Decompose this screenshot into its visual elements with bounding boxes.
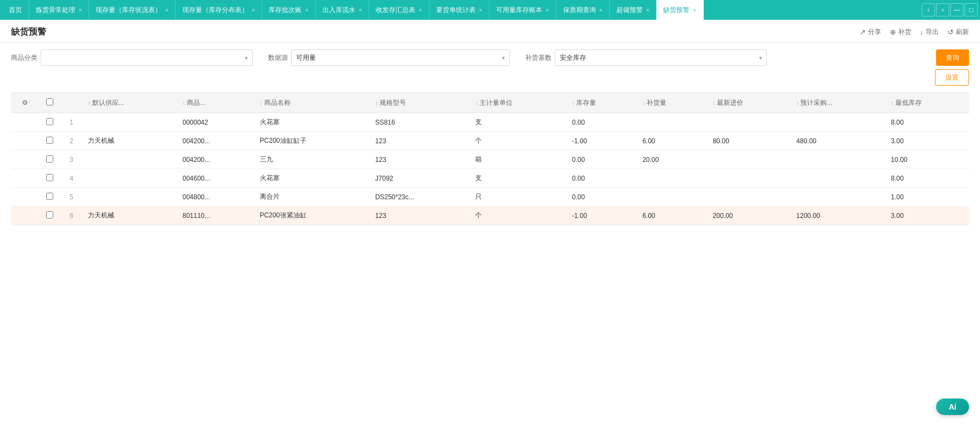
share-button[interactable]: ↗ 分享 xyxy=(860,27,881,37)
row-product-code-4: 004800... xyxy=(177,188,254,206)
unit-column-label: 主计量单位 xyxy=(480,99,513,107)
row-checkbox-0[interactable] xyxy=(46,118,53,125)
min-stock-column-header[interactable]: 最低库存 xyxy=(886,93,969,113)
tab-exception-close[interactable]: × xyxy=(79,7,82,13)
tab-inout-flow-close[interactable]: × xyxy=(359,7,362,13)
row-checkbox-cell-2[interactable] xyxy=(38,150,60,169)
row-unit-2: 箱 xyxy=(470,150,566,169)
row-checkbox-2[interactable] xyxy=(46,155,53,163)
tab-available-ledger[interactable]: 可用量库存账本 × xyxy=(489,0,556,20)
tab-collect-summary-close[interactable]: × xyxy=(419,7,422,13)
table-container: ⚙ 默认供应... 商品... 商品名称 xyxy=(0,92,980,225)
select-all-checkbox[interactable] xyxy=(46,98,53,105)
row-stock-2: 0.00 xyxy=(566,150,637,169)
tab-inventory-dist-close[interactable]: × xyxy=(252,7,255,13)
checkbox-column-header[interactable] xyxy=(38,93,60,113)
row-checkbox-cell-3[interactable] xyxy=(38,169,60,188)
tab-minimize-button[interactable]: — xyxy=(950,3,964,16)
row-checkbox-1[interactable] xyxy=(46,137,53,144)
tab-available-ledger-close[interactable]: × xyxy=(545,7,549,13)
tab-batch-account-close[interactable]: × xyxy=(305,7,308,13)
row-product-code-1: 004200... xyxy=(177,132,254,150)
gear-icon[interactable]: ⚙ xyxy=(19,97,30,108)
tab-collect-summary[interactable]: 收发存汇总表 × xyxy=(369,0,429,20)
tab-overstock-close[interactable]: × xyxy=(646,7,649,13)
gear-column-header[interactable]: ⚙ xyxy=(11,93,38,113)
tab-maximize-button[interactable]: □ xyxy=(965,3,978,16)
replenish-qty-column-header[interactable]: 补货量 xyxy=(637,93,707,113)
tab-inventory-status-close[interactable]: × xyxy=(165,7,168,13)
unit-column-header[interactable]: 主计量单位 xyxy=(470,93,566,113)
category-filter-label: 商品分类 xyxy=(11,53,37,63)
row-checkbox-3[interactable] xyxy=(46,174,53,181)
tab-batch-account[interactable]: 库存批次账 × xyxy=(262,0,315,20)
replenish-base-arrow-icon: ▾ xyxy=(759,55,762,61)
replenish-qty-column-label: 补货量 xyxy=(647,99,666,107)
row-checkbox-cell-1[interactable] xyxy=(38,132,60,150)
row-stock-0: 0.00 xyxy=(566,113,637,132)
tab-shortage-label: 缺货预警 xyxy=(663,5,689,15)
tab-shortage-close[interactable]: × xyxy=(693,7,696,13)
row-checkbox-cell-4[interactable] xyxy=(38,188,60,206)
tab-expiry-query-close[interactable]: × xyxy=(599,7,603,13)
supplier-column-header[interactable]: 默认供应... xyxy=(82,93,177,113)
tab-order-stats[interactable]: 要货单统计表 × xyxy=(430,0,489,20)
tab-expiry-query[interactable]: 保质期查询 × xyxy=(556,0,610,20)
replenish-base-filter-select[interactable]: 安全库存 ▾ xyxy=(555,49,767,66)
tab-available-ledger-label: 可用量库存账本 xyxy=(496,5,542,15)
product-name-column-header[interactable]: 商品名称 xyxy=(254,93,370,113)
tab-inventory-status-label: 现存量（库存状况表） xyxy=(96,5,162,15)
refresh-button[interactable]: ↺ 刷新 xyxy=(948,27,969,37)
product-name-column-label: 商品名称 xyxy=(264,99,291,107)
est-purchase-column-header[interactable]: 预计采购... xyxy=(791,93,886,113)
data-table: ⚙ 默认供应... 商品... 商品名称 xyxy=(11,92,969,225)
tab-collect-summary-label: 收发存汇总表 xyxy=(376,5,415,15)
product-code-column-header[interactable]: 商品... xyxy=(177,93,254,113)
row-spec-3: J7092 xyxy=(370,169,470,188)
tab-order-stats-close[interactable]: × xyxy=(479,7,482,13)
est-purchase-column-label: 预计采购... xyxy=(800,99,832,107)
tab-exception[interactable]: 炼货异常处理 × xyxy=(29,0,89,20)
tab-overstock[interactable]: 超储预警 × xyxy=(610,0,656,20)
replenish-icon: ⊕ xyxy=(890,28,896,36)
tab-inout-flow[interactable]: 出入库流水 × xyxy=(316,0,369,20)
stock-column-header[interactable]: 库存量 xyxy=(566,93,637,113)
row-stock-3: 0.00 xyxy=(566,169,637,188)
tab-home[interactable]: 首页 xyxy=(2,0,29,20)
datasource-select-value: 可用量 xyxy=(296,53,316,63)
query-button[interactable]: 查询 xyxy=(936,49,969,66)
row-checkbox-5[interactable] xyxy=(46,211,53,218)
export-button[interactable]: ↓ 导出 xyxy=(920,27,939,37)
tab-shortage[interactable]: 缺货预警 × xyxy=(656,0,703,20)
row-stock-1: -1.00 xyxy=(566,132,637,150)
tab-next-button[interactable]: › xyxy=(936,3,949,16)
tab-inventory-status[interactable]: 现存量（库存状况表） × xyxy=(89,0,175,20)
tab-inventory-dist[interactable]: 现存量（库存分布表） × xyxy=(176,0,262,20)
datasource-filter-select[interactable]: 可用量 ▾ xyxy=(291,49,510,66)
row-min-stock-4: 1.00 xyxy=(886,188,969,206)
row-stock-4: 0.00 xyxy=(566,188,637,206)
ai-badge[interactable]: Ai xyxy=(936,399,969,415)
category-filter-select[interactable]: ▾ xyxy=(41,49,253,66)
settings-button[interactable]: 设置 xyxy=(935,69,969,86)
row-product-name-2: 三九 xyxy=(254,150,370,169)
row-est-purchase-4 xyxy=(791,188,886,206)
row-product-code-2: 004200... xyxy=(177,150,254,169)
row-min-stock-5: 3.00 xyxy=(886,206,969,225)
tab-home-label: 首页 xyxy=(9,5,22,15)
row-checkbox-cell-0[interactable] xyxy=(38,113,60,132)
tab-prev-button[interactable]: ‹ xyxy=(922,3,935,16)
table-row: 1 0000042 火花塞 SS816 支 0.00 8.00 xyxy=(11,113,969,132)
row-checkbox-4[interactable] xyxy=(46,193,53,200)
table-header-row: ⚙ 默认供应... 商品... 商品名称 xyxy=(11,93,969,113)
row-min-stock-3: 8.00 xyxy=(886,169,969,188)
spec-column-header[interactable]: 规格型号 xyxy=(370,93,470,113)
share-icon: ↗ xyxy=(860,28,866,36)
row-est-purchase-0 xyxy=(791,113,886,132)
latest-price-column-header[interactable]: 最新进价 xyxy=(707,93,790,113)
tab-expiry-query-label: 保质期查询 xyxy=(563,5,596,15)
rownum-column-header xyxy=(60,93,82,113)
row-checkbox-cell-5[interactable] xyxy=(38,206,60,225)
replenish-button[interactable]: ⊕ 补货 xyxy=(890,27,911,37)
row-product-code-5: 801110... xyxy=(177,206,254,225)
